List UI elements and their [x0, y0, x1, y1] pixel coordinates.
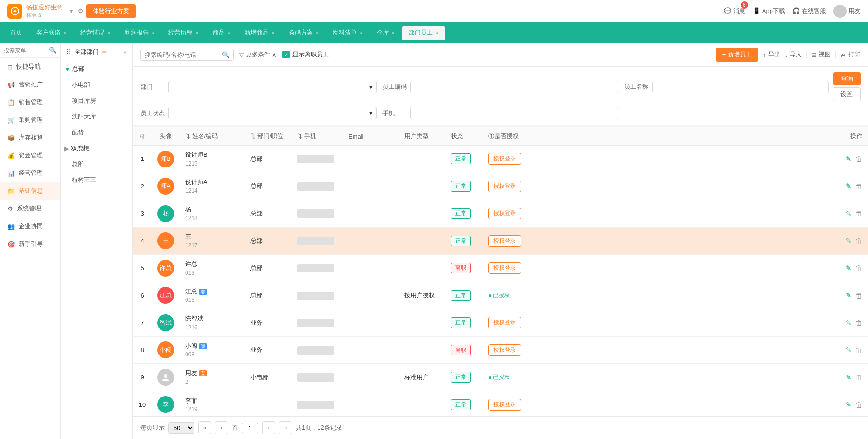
auth-button[interactable]: 授权登录 — [488, 344, 521, 356]
auth-button[interactable]: 授权登录 — [488, 317, 521, 328]
auth-button[interactable]: 授权登录 — [488, 399, 521, 411]
sidebar-item-basic[interactable]: 📁 基础信息 — [0, 182, 60, 200]
tab-journey[interactable]: 经营历程 × — [162, 26, 205, 40]
user-action[interactable]: 用友 — [833, 5, 861, 18]
edit-button[interactable]: ✎ — [846, 400, 852, 409]
close-tab-customer[interactable]: × — [63, 30, 66, 35]
auth-button[interactable]: 授权登录 — [488, 153, 521, 165]
prev-page-btn[interactable]: ‹ — [215, 421, 228, 434]
col-phone[interactable]: ⇅ 手机 — [292, 127, 343, 146]
edit-button[interactable]: ✎ — [846, 264, 852, 272]
tab-operation[interactable]: 经营情况 × — [74, 26, 117, 40]
view-button[interactable]: ⊞ 视图 — [812, 50, 831, 59]
tab-profit[interactable]: 利润报告 × — [118, 26, 161, 40]
delete-button[interactable]: 🗑 — [855, 319, 862, 327]
delete-button[interactable]: 🗑 — [855, 292, 862, 300]
sidebar-item-inventory[interactable]: 📦 库存核算 — [0, 129, 60, 146]
sidebar-item-marketing[interactable]: 📢 营销推广 — [0, 76, 60, 93]
sidebar-item-nav[interactable]: ⊡ 快捷导航 — [0, 58, 60, 76]
sidebar-search-input[interactable] — [4, 47, 47, 54]
query-button[interactable]: 查询 — [833, 72, 861, 85]
col-settings-icon[interactable]: ⚙ — [139, 133, 145, 140]
edit-button[interactable]: ✎ — [846, 346, 852, 354]
dept-edit-icon[interactable]: ✏ — [102, 49, 107, 56]
dept-item-kufang[interactable]: 项目库房 — [61, 93, 132, 109]
reset-button[interactable]: 设置 — [833, 87, 861, 101]
search-input[interactable] — [145, 51, 219, 58]
import-button[interactable]: ↓ 导入 — [785, 50, 802, 59]
delete-button[interactable]: 🗑 — [855, 264, 862, 272]
page-number-input[interactable] — [242, 423, 258, 433]
auth-button[interactable]: 授权登录 — [488, 262, 521, 274]
settings-icon[interactable]: ⚙ — [78, 7, 83, 14]
resign-checkbox[interactable]: ✓ — [282, 51, 290, 58]
next-page-btn[interactable]: › — [262, 421, 275, 434]
close-tab-barcode[interactable]: × — [316, 30, 319, 35]
message-action[interactable]: 💬 消息 6 — [724, 7, 745, 15]
sidebar-item-guide[interactable]: 🎯 新手引导 — [0, 235, 60, 253]
online-service-action[interactable]: 🎧 在线客服 — [792, 7, 826, 15]
edit-button[interactable]: ✎ — [846, 155, 852, 163]
delete-button[interactable]: 🗑 — [855, 155, 862, 163]
emp-code-input[interactable] — [410, 81, 619, 93]
close-tab-bom[interactable]: × — [360, 30, 362, 35]
dept-collapse-icon[interactable]: « — [124, 49, 127, 56]
emp-name-input[interactable] — [652, 81, 829, 93]
dept-item-shenyang[interactable]: 沈阳大库 — [61, 109, 132, 125]
system-dropdown[interactable]: ▾ — [70, 7, 73, 14]
dept-item-peihuo[interactable]: 配货 — [61, 125, 132, 140]
dept-item-zongbu[interactable]: 总部 — [61, 156, 132, 172]
print-button[interactable]: 🖨 打印 — [840, 50, 861, 59]
app-download-action[interactable]: 📱 App下载 — [753, 7, 785, 15]
close-tab-warehouse[interactable]: × — [392, 30, 395, 35]
tab-bom[interactable]: 物料清单 × — [326, 26, 369, 40]
dept-filter-select[interactable]: ▾ — [168, 81, 377, 93]
edit-button[interactable]: ✎ — [846, 209, 852, 218]
close-tab-goods[interactable]: × — [228, 30, 230, 35]
dept-item-zhishu[interactable]: 植树王三 — [61, 172, 132, 188]
first-page-btn[interactable]: « — [198, 421, 211, 434]
edit-button[interactable]: ✎ — [846, 237, 852, 245]
sidebar-item-purchase[interactable]: 🛒 采购管理 — [0, 111, 60, 129]
search-icon[interactable]: 🔍 — [222, 51, 229, 58]
delete-button[interactable]: 🗑 — [855, 373, 862, 381]
phone-input[interactable] — [410, 107, 619, 119]
trial-button[interactable]: 体验行业方案 — [86, 4, 136, 18]
delete-button[interactable]: 🗑 — [855, 346, 862, 354]
auth-button[interactable]: 授权登录 — [488, 181, 521, 192]
edit-button[interactable]: ✎ — [846, 373, 852, 382]
sidebar-item-system[interactable]: ⚙ 系统管理 — [0, 200, 60, 217]
tab-home[interactable]: 首页 — [4, 26, 29, 40]
tab-dept-staff[interactable]: 部门员工 × — [402, 26, 445, 40]
dept-item-xiaodibu[interactable]: 小电部 — [61, 77, 132, 93]
delete-button[interactable]: 🗑 — [855, 237, 862, 245]
last-page-btn[interactable]: » — [279, 421, 292, 434]
dept-item-shuanglu[interactable]: ▶ 双鹿想 — [61, 140, 132, 156]
edit-button[interactable]: ✎ — [846, 291, 852, 300]
export-button[interactable]: ↑ 导出 — [763, 50, 780, 59]
show-resign-toggle[interactable]: ✓ 显示离职员工 — [282, 50, 329, 59]
dept-item-root[interactable]: ▼ 总部 — [61, 61, 132, 77]
sidebar-item-finance[interactable]: 💰 资金管理 — [0, 146, 60, 164]
sidebar-item-cooperation[interactable]: 👥 企业协同 — [0, 217, 60, 235]
tab-add-goods[interactable]: 新增商品 × — [238, 26, 281, 40]
close-tab-operation[interactable]: × — [107, 30, 110, 35]
edit-button[interactable]: ✎ — [846, 319, 852, 327]
delete-button[interactable]: 🗑 — [855, 209, 862, 217]
close-tab-add-goods[interactable]: × — [271, 30, 274, 35]
delete-button[interactable]: 🗑 — [855, 182, 862, 190]
col-name-code[interactable]: ⇅ 姓名/编码 — [180, 127, 245, 146]
sidebar-item-sales[interactable]: 📋 销售管理 — [0, 93, 60, 111]
auth-button[interactable]: 授权登录 — [488, 208, 521, 219]
sidebar-item-operation[interactable]: 📊 经营管理 — [0, 164, 60, 182]
col-dept-pos[interactable]: ⇅ 部门/职位 — [245, 127, 292, 146]
edit-button[interactable]: ✎ — [846, 182, 852, 190]
tab-goods[interactable]: 商品 × — [206, 26, 237, 40]
more-filter-btn[interactable]: ▽ 更多条件 ∧ — [239, 50, 277, 59]
add-employee-button[interactable]: + 新增员工 — [716, 48, 758, 62]
emp-status-select[interactable]: ▾ — [168, 107, 377, 119]
tab-barcode[interactable]: 条码方案 × — [282, 26, 325, 40]
close-tab-dept-staff[interactable]: × — [436, 30, 438, 35]
delete-button[interactable]: 🗑 — [855, 401, 862, 409]
close-tab-journey[interactable]: × — [195, 30, 198, 35]
